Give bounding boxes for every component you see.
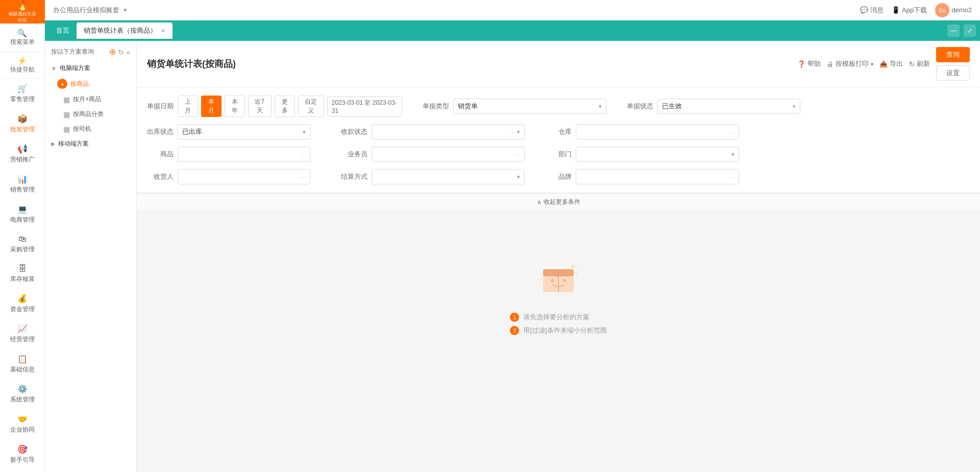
tab-close-icon[interactable]: ✕	[161, 28, 165, 34]
empty-state: 1 请先选择要分析的方案 2 用[过滤]条件来缩小分析范围	[137, 210, 980, 376]
mobile-group-label: 移动端方案	[58, 139, 89, 148]
print-btn[interactable]: 🖨 按模板打印 ▾	[827, 59, 873, 68]
tree-item-by-month-product[interactable]: ▦ 按月+商品	[45, 92, 136, 107]
sidebar-item-marketing[interactable]: 📢 营销推广	[0, 139, 44, 169]
sales-icon: 📊	[17, 174, 28, 184]
doc-status-field: 单据状态 已生效 ▾	[627, 99, 800, 114]
basic-icon: 📋	[17, 354, 28, 364]
grid-icon-3: ▦	[63, 125, 70, 133]
sidebar-item-finance-mgmt[interactable]: 💰 资金管理	[0, 289, 44, 319]
preset-7days[interactable]: 近7天	[248, 96, 272, 117]
preset-more[interactable]: 更多	[275, 96, 295, 117]
scheme-header-label: 按以下方案查询	[51, 48, 94, 56]
app-subtitle: 标版	[18, 17, 27, 23]
settlement-field: 结算方式 ▾	[341, 169, 525, 184]
recipient-input[interactable]: ···	[178, 169, 310, 184]
app-logo: 🔥 畅捷通好生意 标版	[0, 0, 45, 23]
department-input[interactable]: ▾	[576, 147, 739, 162]
date-filter-controls: 上月 本月 本年 近7天 更多 自定义 2023-03-01 至 2023-03…	[178, 96, 402, 117]
user-profile[interactable]: Ea demo2	[935, 3, 972, 17]
grid-icon-2: ▦	[63, 110, 70, 119]
query-button[interactable]: 查询	[936, 47, 970, 62]
preset-custom[interactable]: 自定义	[298, 96, 324, 117]
tree-mobile-group[interactable]: ▶ 移动端方案	[45, 136, 136, 151]
sidebar-item-basic-info[interactable]: 📋 基础信息	[0, 349, 44, 379]
sidebar-item-app-center[interactable]: 🔲 应用中心	[0, 469, 44, 472]
export-btn[interactable]: 📤 导出	[879, 59, 903, 68]
add-scheme-btn[interactable]: ⊕	[109, 47, 116, 57]
page-content: 按以下方案查询 ⊕ ↻ « ▼ 电脑端方案 ● 按商品 ▦ 按月+商品	[45, 41, 980, 472]
header-industry[interactable]: 办公用品行业模拟账套 ▾	[53, 6, 127, 15]
doc-type-input[interactable]: 销货单 ▾	[453, 99, 606, 114]
tab-bar-actions: — ⤢	[947, 25, 976, 37]
left-panel: 按以下方案查询 ⊕ ↻ « ▼ 电脑端方案 ● 按商品 ▦ 按月+商品	[45, 41, 137, 472]
finance-icon: 💰	[17, 294, 28, 303]
sidebar-item-inventory[interactable]: 🗄 库存核算	[0, 259, 44, 289]
salesperson-input[interactable]: ···	[372, 147, 525, 162]
sidebar-item-enterprise-coop[interactable]: 🤝 企业协同	[0, 409, 44, 439]
out-status-dropdown-icon: ▾	[303, 129, 306, 135]
sidebar-item-ops-mgmt[interactable]: 📈 经营管理	[0, 319, 44, 349]
settings-button[interactable]: 设置	[936, 65, 970, 81]
settlement-dropdown-icon: ▾	[517, 174, 520, 180]
chevron-down-icon: ▼	[51, 65, 57, 72]
svg-point-4	[563, 279, 566, 282]
tree-item-by-product[interactable]: ● 按商品	[45, 76, 136, 92]
sidebar-item-sales-mgmt[interactable]: 📊 销售管理	[0, 169, 44, 199]
tree-pc-group[interactable]: ▼ 电脑端方案	[45, 61, 136, 76]
message-icon: 💬	[860, 6, 868, 14]
settlement-input[interactable]: ▾	[372, 169, 525, 184]
grid-icon-1: ▦	[63, 96, 70, 104]
refresh-btn[interactable]: ↻ 刷新	[909, 59, 930, 68]
tab-sales-stat[interactable]: 销货单统计表（按商品） ✕	[77, 22, 173, 39]
recipient-field: 收货人 ···	[147, 169, 310, 184]
preset-this-month[interactable]: 本月	[201, 96, 222, 117]
empty-tip-1: 1 请先选择要分析的方案	[510, 313, 606, 322]
page-actions: ❓ 帮助 🖨 按模板打印 ▾ 📤 导出 ↻ 刷新	[797, 47, 970, 87]
app-name: 畅捷通好生意	[9, 11, 36, 17]
top-header: 办公用品行业模拟账套 ▾ 💬 消息 📱 App下载 Ea demo2	[45, 0, 980, 20]
out-status-input[interactable]: 已出库 ▾	[178, 124, 310, 139]
sidebar-item-system-mgmt[interactable]: ⚙️ 系统管理	[0, 379, 44, 409]
warehouse-input[interactable]: ···	[576, 124, 739, 139]
sidebar-item-retail-mgmt[interactable]: 🛒 零售管理	[0, 79, 44, 109]
sidebar-item-purchase-mgmt[interactable]: 🛍 采购管理	[0, 229, 44, 259]
payment-status-label: 收款状态	[341, 127, 372, 136]
sidebar-item-ecommerce-mgmt[interactable]: 💻 电商管理	[0, 199, 44, 229]
payment-status-input[interactable]: ··· ▾	[372, 124, 525, 139]
app-download-btn[interactable]: 📱 App下载	[892, 6, 927, 15]
tab-maximize-btn[interactable]: ⤢	[964, 25, 976, 37]
sidebar-item-quick-nav[interactable]: ⚡ 快捷导航	[0, 52, 44, 79]
help-btn[interactable]: ❓ 帮助	[797, 59, 821, 68]
doc-type-field: 单据类型 销货单 ▾	[423, 99, 606, 114]
wholesale-icon: 📦	[17, 114, 28, 124]
purchase-icon: 🛍	[18, 234, 27, 244]
filter-row-3: 商品 ··· 业务员 ··· 部门	[147, 147, 970, 162]
tip-num-1: 1	[510, 313, 519, 322]
date-range-display[interactable]: 2023-03-01 至 2023-03-31	[327, 97, 402, 116]
preset-this-year[interactable]: 本年	[225, 96, 245, 117]
sidebar-item-wholesale-mgmt[interactable]: 📦 批发管理	[0, 109, 44, 139]
doc-status-input[interactable]: 已生效 ▾	[657, 99, 800, 114]
sidebar-item-new-guide[interactable]: 🎯 新手引导	[0, 439, 44, 469]
tab-bar: 首页 销货单统计表（按商品） ✕ — ⤢	[45, 20, 980, 41]
tab-home[interactable]: 首页	[49, 22, 77, 39]
tree-item-by-driver[interactable]: ▦ 按司机	[45, 122, 136, 136]
refresh-scheme-btn[interactable]: ↻	[118, 48, 124, 56]
by-product-icon: ●	[57, 79, 67, 89]
tree-item-by-category[interactable]: ▦ 按商品分类	[45, 107, 136, 122]
sidebar-item-search-menu[interactable]: 🔍 搜索菜单	[0, 23, 44, 52]
out-status-label: 出库状态	[147, 127, 178, 136]
warehouse-label: 仓库	[545, 127, 576, 136]
collapse-filter-btn[interactable]: ∧ 收起更多条件	[137, 193, 980, 210]
message-btn[interactable]: 💬 消息	[860, 6, 884, 15]
brand-input[interactable]: ···	[576, 169, 739, 184]
preset-last-month[interactable]: 上月	[178, 96, 198, 117]
product-input[interactable]: ···	[178, 147, 310, 162]
filter-row-4: 收货人 ··· 结算方式 ▾ 品牌	[147, 169, 970, 184]
ecommerce-icon: 💻	[17, 204, 28, 214]
tab-minimize-btn[interactable]: —	[947, 25, 960, 37]
chevron-up-icon: ∧	[537, 199, 542, 206]
doc-status-dropdown-icon: ▾	[793, 103, 796, 110]
collapse-panel-btn[interactable]: «	[126, 48, 130, 56]
